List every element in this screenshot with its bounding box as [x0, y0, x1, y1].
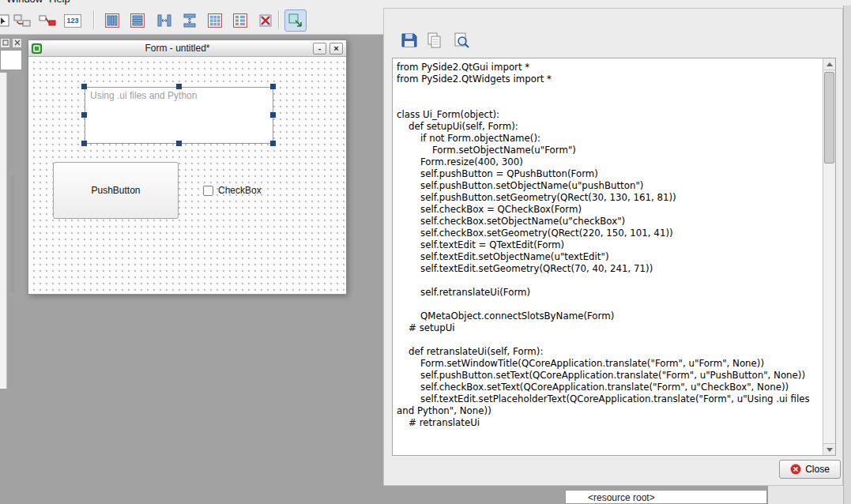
scrollbar-thumb[interactable] [824, 72, 834, 164]
layout-form-icon [232, 13, 248, 28]
code-preview-dialog: from PySide2.QtGui import * from PySide2… [383, 8, 843, 486]
selection-handle[interactable] [81, 112, 87, 118]
close-button-label: Close [805, 464, 830, 475]
layout-vertical-splitter-icon [182, 13, 198, 28]
scroll-up-button[interactable] [823, 58, 835, 70]
copy-icon [425, 31, 444, 50]
toolbar-layout-vertical-button[interactable] [126, 9, 149, 32]
toolbar-break-layout-button[interactable] [254, 9, 277, 32]
selection-handle[interactable] [176, 84, 182, 89]
form-canvas[interactable]: Using .ui files and Python PushButton Ch… [28, 57, 346, 294]
float-icon [2, 39, 9, 46]
toolbar-separator [93, 10, 94, 29]
selection-handle[interactable] [81, 141, 87, 146]
toolbar-edit-tab-order-button[interactable]: 123 [62, 9, 84, 32]
pushbutton-label: PushButton [91, 185, 140, 196]
toolbar-layout-form-button[interactable] [229, 9, 251, 32]
edit-buddies-icon [39, 13, 56, 28]
toolbar-layout-horizontal-splitter-button[interactable] [153, 9, 175, 32]
selection-handle[interactable] [270, 112, 276, 118]
save-icon [400, 31, 419, 50]
textedit-widget[interactable]: Using .ui files and Python [85, 87, 273, 144]
resource-root-item[interactable]: <resource root> [565, 490, 767, 504]
toolbar-separator [278, 10, 279, 29]
form-editor-window: Form - untitled* - × Using .ui files and… [28, 39, 347, 295]
dock-close-button[interactable] [12, 38, 22, 48]
code-content: from PySide2.QtGui import * from PySide2… [397, 62, 821, 452]
right-dock-edge [843, 6, 851, 504]
layout-horizontal-splitter-icon [156, 13, 172, 28]
selection-handle[interactable] [81, 84, 87, 89]
code-save-button[interactable] [398, 29, 420, 51]
checkbox-indicator [203, 186, 213, 196]
code-vertical-scrollbar[interactable] [823, 58, 835, 455]
toolbar-edit-buddies-button[interactable] [36, 9, 58, 32]
arrow-down-icon [827, 448, 833, 452]
code-find-button[interactable] [450, 29, 473, 51]
left-dock-header [0, 37, 25, 48]
layout-vertical-icon [130, 13, 145, 28]
form-window-title: Form - untitled* [45, 43, 310, 54]
scroll-down-button[interactable] [823, 443, 835, 455]
dock-float-button[interactable] [0, 38, 10, 48]
selection-handle[interactable] [270, 84, 276, 89]
selection-handle[interactable] [270, 141, 276, 146]
checkbox-label: CheckBox [218, 185, 262, 196]
close-dialog-icon [790, 464, 801, 475]
qt-designer-screen: Window Help 123 [0, 0, 851, 504]
toolbar-layout-horizontal-button[interactable] [101, 9, 123, 32]
layout-grid-icon [207, 13, 223, 28]
toolbar-adjust-size-button[interactable] [284, 9, 307, 32]
code-copy-button[interactable] [424, 29, 446, 51]
find-icon [452, 31, 471, 50]
close-icon [14, 39, 21, 46]
edit-widgets-icon [0, 13, 11, 28]
toolbar-layout-grid-button[interactable] [204, 9, 226, 32]
widgetbox-filter-input[interactable] [0, 50, 22, 70]
selection-handle[interactable] [176, 141, 182, 146]
arrow-up-icon [827, 62, 833, 66]
pushbutton-widget[interactable]: PushButton [53, 162, 179, 219]
edit-signals-slots-icon [13, 13, 31, 28]
break-layout-icon [258, 13, 273, 28]
toolbar-edit-signals-slots-button[interactable] [11, 9, 33, 32]
textedit-placeholder: Using .ui files and Python [90, 90, 197, 101]
form-minimize-button[interactable]: - [313, 43, 326, 55]
form-close-button[interactable]: × [329, 43, 343, 55]
close-button[interactable]: Close [779, 460, 841, 479]
widgetbox-panel-edge [0, 73, 7, 389]
checkbox-widget[interactable]: CheckBox [203, 185, 262, 196]
widgetbox-scrollbar-thumb[interactable] [10, 175, 14, 292]
layout-horizontal-icon [104, 13, 120, 28]
menu-help[interactable]: Help [49, 0, 70, 5]
resource-browser-panel-edge [767, 486, 851, 504]
adjust-size-icon [288, 13, 303, 28]
menu-window[interactable]: Window [6, 0, 43, 5]
code-editor[interactable]: from PySide2.QtGui import * from PySide2… [392, 58, 836, 456]
form-window-titlebar[interactable]: Form - untitled* - × [28, 40, 346, 57]
toolbar-layout-vertical-splitter-button[interactable] [179, 9, 201, 32]
edit-tab-order-icon: 123 [64, 14, 81, 28]
designer-form-icon [32, 43, 42, 54]
